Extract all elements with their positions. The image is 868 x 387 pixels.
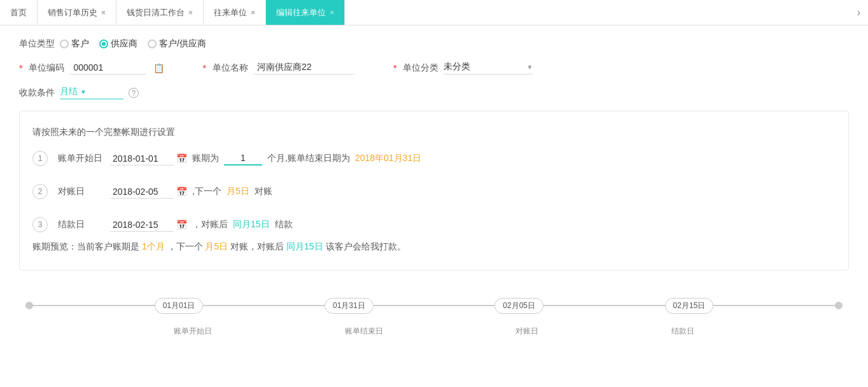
preview-mid2: 对账，对账后: [230, 241, 284, 251]
timeline-node-1: 01月01日: [155, 298, 204, 314]
step-3-label: 结款日: [58, 219, 102, 230]
preview-mid1: ，下一个: [167, 241, 203, 251]
timeline-node-4: 02月15日: [665, 298, 714, 314]
timeline-label-2: 账单结束日: [345, 325, 383, 337]
preview-period: 1个月: [142, 241, 165, 251]
step-2-date-input[interactable]: [110, 185, 174, 199]
step-2-desc-after: 对账: [255, 186, 272, 197]
timeline-label-1: 账单开始日: [174, 325, 212, 337]
step-1-desc-after: 个月,账单结束日期为: [267, 153, 350, 164]
timeline-node-2-badge: 01月31日: [325, 298, 374, 314]
timeline-node-2: 01月31日: [325, 298, 374, 314]
tab-close-icon[interactable]: ×: [101, 8, 106, 17]
tab-cash-work[interactable]: 钱货日清工作台 ×: [116, 0, 204, 25]
timeline-start-dot: [25, 298, 33, 314]
tab-bar: 首页 销售订单历史 × 钱货日清工作台 × 往来单位 × 编辑往来单位 × ›: [0, 0, 868, 25]
tab-sales-history[interactable]: 销售订单历史 ×: [38, 0, 116, 25]
step-1-end-date: 2018年01月31日: [355, 153, 421, 164]
step-1-row: 1 账单开始日 📅 账期为 个月,账单结束日期为 2018年01月31日: [32, 151, 836, 166]
code-name-category-row: * 单位编码 📋 * 单位名称 * 单位分类 未分类 ▼: [19, 61, 849, 74]
settings-card: 请按照未来的一个完整帐期进行设置 1 账单开始日 📅 账期为 个月,账单结束日期…: [19, 111, 849, 271]
step-2-desc-before: ,下一个: [192, 186, 221, 197]
payment-terms-field: 收款条件 月结 ▼ ?: [19, 86, 139, 99]
unit-category-label: 单位分类: [403, 62, 438, 74]
unit-category-dropdown[interactable]: 未分类 ▼: [444, 61, 533, 74]
timeline-node-3-badge: 02月05日: [494, 298, 543, 314]
tab-edit-partner[interactable]: 编辑往来单位 ×: [266, 0, 345, 25]
preview-row: 账期预览：当前客户账期是 1个月 ，下一个 月5日 对账，对账后 同月15日 该…: [32, 239, 836, 255]
step-3-date-input[interactable]: [110, 218, 174, 232]
unit-type-label: 单位类型: [19, 38, 55, 50]
unit-name-input[interactable]: [253, 61, 355, 74]
step-1-desc-before: 账期为: [192, 153, 219, 164]
unit-type-radio-group: 客户 供应商 客户/供应商: [60, 38, 206, 50]
unit-type-row: 单位类型 客户 供应商 客户/供应商: [19, 38, 849, 50]
step-3-desc-before: ，对账后: [192, 219, 228, 230]
step-3-num: 3: [32, 217, 48, 232]
step-1-label: 账单开始日: [58, 153, 102, 164]
timeline-end-dot: [835, 298, 843, 314]
unit-code-label: 单位编码: [29, 62, 64, 74]
radio-supplier[interactable]: 供应商: [99, 38, 137, 50]
payment-terms-row: 收款条件 月结 ▼ ?: [19, 86, 849, 99]
payment-terms-dropdown[interactable]: 月结 ▼: [60, 86, 123, 99]
tab-partner[interactable]: 往来单位 ×: [204, 0, 266, 25]
copy-icon[interactable]: 📋: [153, 63, 164, 73]
timeline-node-4-badge: 02月15日: [665, 298, 714, 314]
unit-name-field: * 单位名称: [202, 61, 354, 74]
card-title: 请按照未来的一个完整帐期进行设置: [32, 127, 836, 138]
step-1-num: 1: [32, 151, 48, 166]
timeline-node-3: 02月05日: [494, 298, 543, 314]
main-content: 单位类型 客户 供应商 客户/供应商 * 单位编码: [0, 25, 868, 387]
preview-prefix: 账期预览：当前客户账期是: [32, 241, 139, 251]
tab-close-icon[interactable]: ×: [188, 8, 193, 17]
step-1-date-input[interactable]: [110, 152, 174, 165]
unit-category-field: * 单位分类 未分类 ▼: [393, 61, 533, 74]
step-3-desc-after: 结款: [275, 219, 293, 230]
period-input[interactable]: [224, 151, 262, 165]
step-2-row: 2 对账日 📅 ,下一个 月5日 对账: [32, 184, 836, 199]
calendar-icon-3[interactable]: 📅: [176, 220, 187, 230]
step-3-highlight: 同月15日: [233, 219, 270, 230]
preview-reconcile: 月5日: [205, 241, 228, 251]
chevron-down-icon: ▼: [526, 64, 533, 71]
unit-code-input[interactable]: [69, 61, 146, 74]
unit-code-field: * 单位编码 📋: [19, 61, 164, 74]
chevron-down-icon: ▼: [80, 88, 87, 95]
required-star: *: [19, 63, 22, 73]
calendar-icon-1[interactable]: 📅: [176, 153, 187, 164]
calendar-icon-2[interactable]: 📅: [176, 186, 187, 197]
tab-close-icon[interactable]: ×: [251, 8, 255, 17]
radio-circle-customer: [60, 39, 69, 48]
timeline-labels-row: 账单开始日 账单结束日 对账日 结款日: [25, 325, 843, 337]
timeline-label-3: 对账日: [515, 325, 538, 337]
timeline-node-1-badge: 01月01日: [155, 298, 204, 314]
tab-close-icon[interactable]: ×: [330, 8, 334, 17]
step-2-highlight: 月5日: [227, 186, 249, 197]
required-star: *: [393, 63, 396, 73]
required-star: *: [202, 63, 206, 73]
help-icon[interactable]: ?: [129, 88, 139, 98]
radio-customer[interactable]: 客户: [60, 38, 89, 50]
tab-home[interactable]: 首页: [0, 0, 38, 25]
payment-terms-label: 收款条件: [19, 87, 55, 99]
preview-payment: 同月15日: [286, 241, 323, 251]
timeline-label-4: 结款日: [671, 325, 694, 337]
radio-circle-supplier: [99, 39, 108, 48]
radio-circle-both: [148, 39, 157, 48]
step-2-label: 对账日: [58, 186, 102, 197]
step-2-num: 2: [32, 184, 48, 199]
step-3-row: 3 结款日 📅 ，对账后 同月15日 结款: [32, 217, 836, 232]
unit-name-label: 单位名称: [213, 62, 248, 74]
preview-suffix: 该客户会给我打款。: [326, 241, 406, 251]
radio-both[interactable]: 客户/供应商: [148, 38, 206, 50]
timeline-section: 01月01日 01月31日 02月05日 02月15日: [19, 290, 849, 337]
tab-more-button[interactable]: ›: [850, 0, 868, 25]
unit-type-field: 单位类型 客户 供应商 客户/供应商: [19, 38, 206, 50]
